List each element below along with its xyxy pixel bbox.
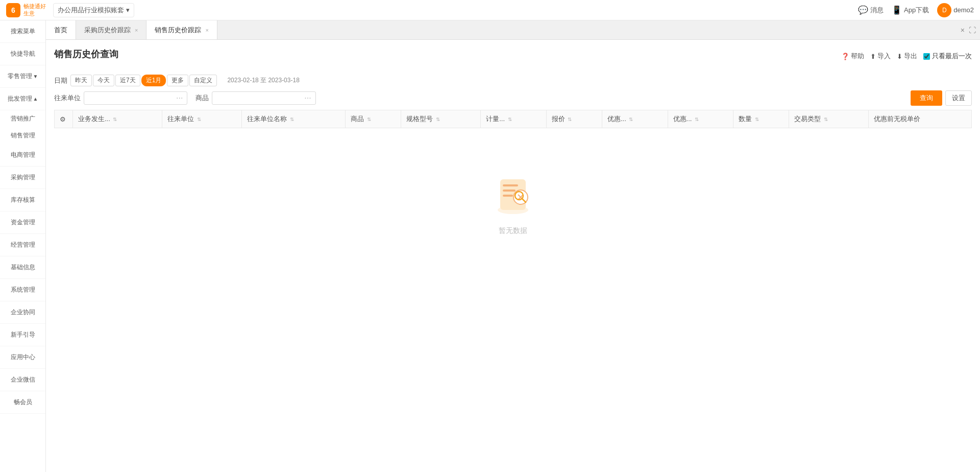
col-quantity[interactable]: 数量 ⇅: [733, 110, 789, 128]
query-button[interactable]: 查询: [911, 90, 942, 106]
tab-maximize-button[interactable]: ⛶: [969, 26, 976, 34]
product-input[interactable]: [216, 95, 302, 102]
col-customer-code[interactable]: 往来单位 ⇅: [162, 110, 242, 128]
col-quote[interactable]: 报价 ⇅: [546, 110, 602, 128]
sidebar-item-label: 新手引导: [11, 331, 35, 339]
date-btn-last7[interactable]: 近7天: [115, 75, 140, 86]
table-settings-col[interactable]: ⚙: [55, 110, 73, 128]
sidebar-item-newbie-guide[interactable]: 新手引导: [0, 324, 45, 346]
data-table: ⚙ 业务发生... ⇅ 往来单位 ⇅ 往来单位名称 ⇅ 商品 ⇅ 规格型号 ⇅ …: [54, 110, 972, 128]
logo-area: 6 畅捷通好生意: [6, 3, 49, 17]
avatar: D: [937, 3, 951, 17]
export-icon: ⬇: [897, 53, 902, 60]
import-icon: ⬆: [870, 53, 876, 60]
date-label: 日期: [54, 76, 67, 85]
date-btn-today[interactable]: 今天: [93, 75, 114, 86]
col-customer-name[interactable]: 往来单位名称 ⇅: [242, 110, 346, 128]
sidebar-item-label: 批发管理: [8, 95, 32, 103]
tab-sales-history[interactable]: 销售历史价跟踪 ×: [146, 20, 217, 39]
tab-bar: 首页 采购历史价跟踪 × 销售历史价跟踪 × × ⛶: [46, 20, 980, 40]
only-last-checkbox[interactable]: [923, 53, 930, 60]
sidebar-item-search-menu[interactable]: 搜索菜单: [0, 20, 45, 43]
product-selector-label: 办公用品行业模拟账套: [58, 6, 124, 15]
date-btn-yesterday[interactable]: 昨天: [70, 75, 92, 86]
date-filter-group: 日期 昨天 今天 近7天 近1月 更多 自定义: [54, 75, 217, 86]
sidebar-item-label: 应用中心: [11, 353, 35, 362]
header-right: 💬 消息 📱 App下载 D demo2: [858, 3, 974, 17]
product-input-dots[interactable]: ···: [304, 93, 311, 103]
sidebar-item-enterprise-wechat[interactable]: 企业微信: [0, 369, 45, 391]
product-filter-group: 商品 ···: [195, 91, 315, 105]
date-btn-custom[interactable]: 自定义: [189, 75, 217, 86]
sidebar-item-quick-nav[interactable]: 快捷导航: [0, 43, 45, 65]
sidebar-item-ops-mgmt[interactable]: 经营管理: [0, 234, 45, 256]
col-discount2[interactable]: 优惠... ⇅: [668, 110, 733, 128]
sidebar-item-finance-mgmt[interactable]: 资金管理: [0, 211, 45, 234]
col-pre-tax-price[interactable]: 优惠前无税单价: [869, 110, 972, 128]
sidebar-item-wholesale-mgmt[interactable]: 批发管理 ▲: [0, 88, 45, 110]
tab-purchase-history[interactable]: 采购历史价跟踪 ×: [76, 20, 146, 39]
tab-sales-history-label: 销售历史价跟踪: [155, 26, 201, 35]
sidebar-item-label: 系统管理: [11, 286, 35, 294]
sidebar-item-marketing[interactable]: 营销推广: [0, 110, 45, 127]
col-biz-date[interactable]: 业务发生... ⇅: [73, 110, 162, 128]
user-name: demo2: [953, 6, 974, 14]
export-label: 导出: [904, 52, 917, 61]
help-button[interactable]: ❓ 帮助: [841, 52, 864, 61]
chevron-down-icon: ▼: [33, 74, 38, 79]
col-discount1[interactable]: 优惠... ⇅: [602, 110, 668, 128]
product-selector[interactable]: 办公用品行业模拟账套 ▾: [53, 3, 134, 17]
tab-home-label: 首页: [54, 26, 67, 35]
sidebar-item-inventory[interactable]: 库存核算: [0, 189, 45, 211]
help-label: 帮助: [851, 52, 864, 61]
customer-filter-group: 往来单位 ···: [54, 91, 187, 105]
sidebar-item-label: 企业微信: [11, 375, 35, 384]
col-spec[interactable]: 规格型号 ⇅: [401, 110, 481, 128]
col-unit[interactable]: 计量... ⇅: [481, 110, 547, 128]
empty-text: 暂无数据: [499, 226, 527, 235]
user-action[interactable]: D demo2: [937, 3, 974, 17]
sidebar-item-system-mgmt[interactable]: 系统管理: [0, 279, 45, 301]
tab-sales-history-close[interactable]: ×: [205, 27, 208, 33]
logo-text: 畅捷通好生意: [23, 3, 49, 16]
only-last-label: 只看最后一次: [932, 52, 972, 61]
sidebar-item-label: 资金管理: [11, 218, 35, 227]
sidebar-item-label: 企业协同: [11, 308, 35, 317]
main-layout: 搜索菜单 快捷导航 零售管理 ▼ 批发管理 ▲ 营销推广 销售管理 电商管理 采…: [0, 20, 980, 472]
customer-input-dots[interactable]: ···: [176, 93, 183, 103]
customer-input[interactable]: [88, 95, 174, 102]
tab-home[interactable]: 首页: [46, 20, 76, 39]
sidebar-item-label: 库存核算: [11, 196, 35, 204]
message-action[interactable]: 💬 消息: [858, 5, 884, 15]
sidebar-item-member[interactable]: 畅会员: [0, 391, 45, 414]
sidebar-item-app-center[interactable]: 应用中心: [0, 346, 45, 369]
col-trade-type[interactable]: 交易类型 ⇅: [789, 110, 869, 128]
sidebar-item-purchase-mgmt[interactable]: 采购管理: [0, 167, 45, 189]
app-download-label: App下载: [904, 6, 929, 15]
sidebar-item-label: 营销推广: [11, 115, 35, 122]
app-download-action[interactable]: 📱 App下载: [892, 5, 929, 15]
sidebar-item-ecommerce-mgmt[interactable]: 电商管理: [0, 144, 45, 167]
table-header-row: ⚙ 业务发生... ⇅ 往来单位 ⇅ 往来单位名称 ⇅ 商品 ⇅ 规格型号 ⇅ …: [55, 110, 972, 128]
tab-purchase-history-close[interactable]: ×: [135, 27, 138, 33]
sidebar-item-enterprise-collab[interactable]: 企业协同: [0, 301, 45, 324]
import-button[interactable]: ⬆ 导入: [870, 52, 891, 61]
sidebar-item-retail-mgmt[interactable]: 零售管理 ▼: [0, 65, 45, 88]
filter-bar-2: 往来单位 ··· 商品 ··· 查询 设置: [54, 90, 972, 106]
empty-state: 暂无数据: [54, 128, 972, 256]
date-btn-more[interactable]: 更多: [167, 75, 188, 86]
empty-icon: [487, 169, 538, 220]
top-header: 6 畅捷通好生意 办公用品行业模拟账套 ▾ 💬 消息 📱 App下载 D dem…: [0, 0, 980, 20]
col-product[interactable]: 商品 ⇅: [346, 110, 401, 128]
settings-button[interactable]: 设置: [945, 90, 972, 106]
sidebar-item-sales-mgmt[interactable]: 销售管理: [0, 127, 45, 144]
export-button[interactable]: ⬇ 导出: [897, 52, 917, 61]
sidebar-item-label: 销售管理: [11, 132, 35, 139]
date-btn-last1m[interactable]: 近1月: [141, 75, 166, 86]
message-icon: 💬: [858, 5, 868, 15]
sidebar-item-label: 快捷导航: [11, 50, 35, 58]
only-last-checkbox-wrap[interactable]: 只看最后一次: [923, 52, 972, 61]
sidebar-item-label: 零售管理: [8, 72, 32, 81]
tab-close-all-button[interactable]: ×: [961, 26, 965, 34]
sidebar-item-basic-info[interactable]: 基础信息: [0, 256, 45, 279]
